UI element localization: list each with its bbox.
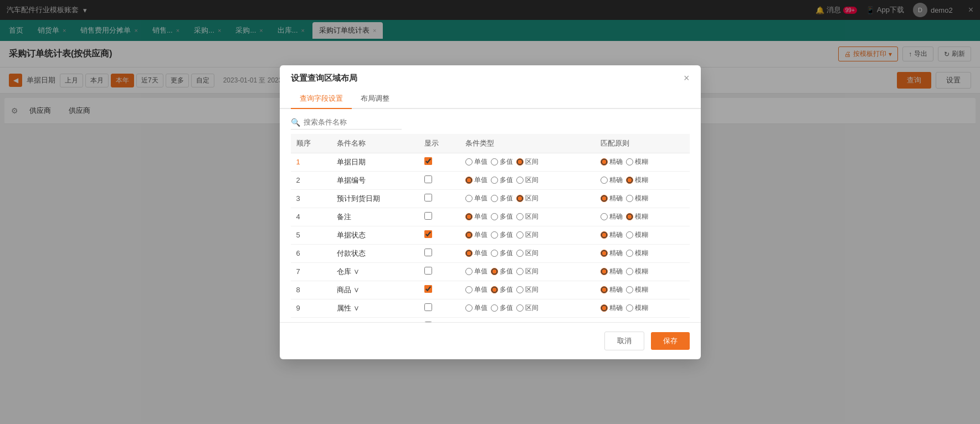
modal-search-area: 🔍: [280, 109, 701, 129]
modal-tab-query-fields[interactable]: 查询字段设置: [291, 89, 352, 109]
modal-title: 设置查询区域布局: [291, 73, 357, 84]
search-input-wrap: 🔍: [291, 116, 402, 129]
modal-tab-layout[interactable]: 布局调整: [352, 89, 398, 109]
modal-close-button[interactable]: ×: [684, 73, 690, 83]
settings-modal: 设置查询区域布局 × 查询字段设置 布局调整 🔍 顺序: [280, 65, 701, 129]
modal-tabs: 查询字段设置 布局调整: [280, 89, 701, 109]
modal-overlay: 设置查询区域布局 × 查询字段设置 布局调整 🔍 顺序: [0, 0, 980, 128]
search-input[interactable]: [304, 118, 392, 126]
modal-header: 设置查询区域布局 ×: [280, 65, 701, 84]
search-icon: 🔍: [291, 118, 300, 127]
